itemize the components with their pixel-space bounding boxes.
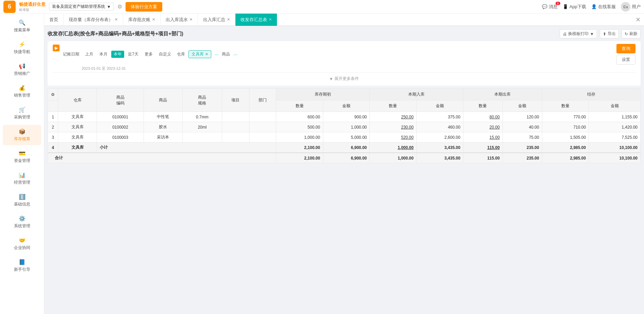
expand-conditions-btn[interactable]: ▼ 展开更多条件 [329, 76, 359, 82]
date-btn-last-month[interactable]: 上月 [83, 51, 96, 58]
tab-stock[interactable]: 现存量（库存分布表） ✕ [64, 14, 123, 26]
sidebar-item-inventory[interactable]: 📦 库存核算 [3, 125, 41, 145]
tab-summary-label: 出入库汇总 [203, 17, 225, 23]
subtotal-bal-qty: 2,985.00 [542, 143, 589, 153]
subtotal-out-qty[interactable]: 115.00 [463, 143, 503, 153]
sidebar-label-finance: 资金管理 [14, 158, 30, 164]
trial-button[interactable]: 体验行业方案 [126, 2, 162, 12]
row2-spec: 20ml [183, 122, 222, 132]
tab-receivable[interactable]: 收发存汇总表 ✕ [235, 14, 277, 26]
online-service-btn[interactable]: 👤 在线客服 [591, 4, 616, 10]
tab-summary[interactable]: 出入库汇总 ✕ [198, 14, 235, 26]
row3-init-qty: 1,000.00 [276, 132, 323, 143]
collab-icon: 🤝 [19, 237, 26, 244]
sidebar-item-search[interactable]: 🔍 搜索菜单 [3, 16, 41, 36]
date-btn-custom[interactable]: 自定义 [156, 51, 174, 58]
sidebar-item-finance[interactable]: 💳 资金管理 [3, 147, 41, 167]
sidebar-item-purchase[interactable]: 🛒 采购管理 [3, 103, 41, 123]
warehouse-tag-close[interactable]: ✕ [205, 52, 208, 56]
sidebar-label-system: 系统管理 [14, 223, 30, 229]
row2-in-qty[interactable]: 230.00 [370, 122, 416, 132]
row2-no: 2 [48, 122, 58, 132]
query-button[interactable]: 查询 [616, 44, 635, 53]
print-button[interactable]: 🖨 换模板打印 ▼ [560, 29, 597, 38]
tab-home[interactable]: 首页 [44, 14, 64, 26]
date-btn-7days[interactable]: 近7天 [126, 51, 141, 58]
app-logo: 6 [3, 1, 16, 13]
row1-bal-amt: 1,155.00 [589, 112, 641, 122]
date-btn-this-month[interactable]: 本月 [97, 51, 110, 58]
row3-spec [183, 132, 222, 143]
th-warehouse: 仓库 [58, 89, 97, 112]
tab-receivable-close[interactable]: ✕ [269, 17, 272, 22]
sidebar-label-sales: 销售管理 [14, 93, 30, 98]
tab-summary-close[interactable]: ✕ [227, 17, 230, 22]
tab-batch-close[interactable]: ✕ [152, 17, 155, 22]
total-init-qty: 2,100.00 [276, 153, 323, 163]
refresh-button[interactable]: ↻ 刷新 [622, 29, 641, 38]
filter-collapse-btn[interactable]: ▶ [53, 45, 60, 51]
goods-dots[interactable]: ··· [233, 52, 237, 57]
inventory-icon: 📦 [19, 128, 26, 135]
print-dropdown-icon: ▼ [590, 32, 594, 36]
tab-inout-close[interactable]: ✕ [189, 17, 193, 22]
th-dept: 部门 [249, 89, 276, 112]
sidebar-item-sales[interactable]: 💰 销售管理 [3, 81, 41, 102]
tab-stock-close[interactable]: ✕ [115, 17, 118, 22]
export-label: 导出 [608, 31, 616, 37]
tab-inout[interactable]: 出入库流水 ✕ [161, 14, 198, 26]
system-selector[interactable]: 装备及固定资产辅助管理系统 ▼ [49, 3, 114, 11]
warehouse-dots[interactable]: ··· [215, 52, 219, 57]
row2-init-amt: 1,000.00 [323, 122, 369, 132]
system-title: 装备及固定资产辅助管理系统 [52, 4, 105, 10]
date-btn-this-year[interactable]: 本年 [111, 51, 124, 58]
sales-icon: 💰 [19, 85, 26, 91]
date-btn-more[interactable]: 更多 [142, 51, 155, 58]
row1-spec: 0.7mm [183, 112, 222, 122]
row1-no: 1 [48, 112, 58, 122]
message-icon: 💬 [542, 4, 547, 9]
row3-out-qty[interactable]: 15.00 [463, 132, 503, 143]
th-init-qty: 数量 [276, 100, 323, 112]
row3-init-amt: 5,000.00 [323, 132, 369, 143]
sidebar-label-guide: 新手引导 [14, 267, 30, 272]
settings-button[interactable]: 设置 [616, 55, 635, 65]
row2-warehouse: 文具库 [58, 122, 97, 132]
subtotal-in-qty[interactable]: 1,000.00 [370, 143, 416, 153]
row3-dept [249, 132, 276, 143]
sidebar: 🔍 搜索菜单 ⚡ 快捷导航 📢 营销推广 💰 销售管理 🛒 采购管理 📦 库存核… [0, 14, 44, 314]
sidebar-label-search: 搜索菜单 [14, 27, 30, 33]
row1-warehouse: 文具库 [58, 112, 97, 122]
th-bal-amt: 金额 [589, 100, 641, 112]
sidebar-item-operations[interactable]: 📊 经营管理 [3, 168, 41, 189]
row1-out-amt: 120.00 [502, 112, 542, 122]
row2-out-qty[interactable]: 20.00 [463, 122, 503, 132]
sidebar-item-quicknav[interactable]: ⚡ 快捷导航 [3, 38, 41, 58]
export-button[interactable]: ⬆ 导出 [600, 29, 619, 38]
row1-init-amt: 900.00 [323, 112, 369, 122]
tab-batch[interactable]: 库存批次账 ✕ [123, 14, 161, 26]
sidebar-item-system[interactable]: ⚙️ 系统管理 [3, 212, 41, 232]
gear-icon[interactable]: ⚙ [117, 3, 122, 10]
total-out-qty: 115.00 [463, 153, 503, 163]
subtotal-in-amt: 3,435.00 [416, 143, 463, 153]
header-right: 💬 消息 6 📱 App下载 👤 在线客服 Ea 用户 [542, 2, 641, 12]
sidebar-item-guide[interactable]: 📘 新手引导 [3, 255, 41, 276]
sidebar-item-collab[interactable]: 🤝 企业协同 [3, 234, 41, 254]
message-btn[interactable]: 💬 消息 6 [542, 4, 558, 10]
row3-in-qty[interactable]: 520.00 [370, 132, 416, 143]
app-download-btn[interactable]: 📱 App下载 [563, 4, 586, 10]
row2-init-qty: 500.00 [276, 122, 323, 132]
total-row: 合计 2,100.00 6,900.00 1,000.00 3,435.00 1… [48, 153, 641, 163]
user-btn[interactable]: Ea 用户 [621, 2, 641, 12]
sidebar-item-marketing[interactable]: 📢 营销推广 [3, 60, 41, 80]
row1-out-qty[interactable]: 80.00 [463, 112, 503, 122]
table-row: 1 文具库 0100001 中性笔 0.7mm 600.00 900.00 25… [48, 112, 641, 122]
close-all-tabs[interactable]: ✕ [632, 16, 644, 23]
th-gear: ⚙ [48, 89, 58, 100]
th-stock-init: 库存期初 [276, 89, 370, 100]
row2-dept [249, 122, 276, 132]
service-icon: 👤 [591, 4, 597, 9]
sidebar-item-basicinfo[interactable]: ℹ️ 基础信息 [3, 190, 41, 211]
row1-in-qty[interactable]: 250.00 [370, 112, 416, 122]
